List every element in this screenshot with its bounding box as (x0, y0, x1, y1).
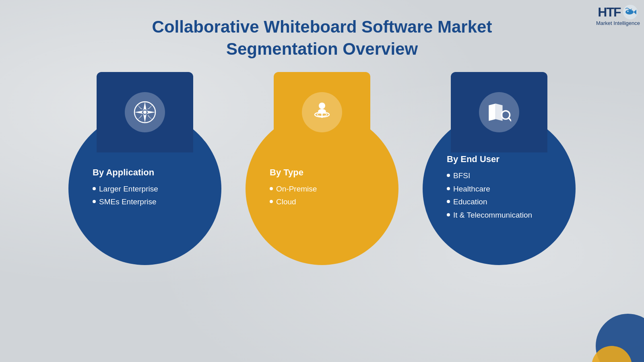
list-item: Healthcare (447, 184, 532, 194)
type-segment: By Type On-Premise Cloud (246, 72, 398, 265)
svg-marker-20 (495, 104, 502, 121)
type-icon-bg (302, 92, 342, 132)
application-rect (97, 72, 193, 152)
bullet-icon (270, 200, 273, 203)
svg-marker-8 (134, 111, 143, 114)
end-user-rect (451, 72, 547, 152)
type-title: By Type (270, 167, 303, 178)
application-list: Larger Enterprise SMEs Enterprise (93, 184, 158, 210)
bullet-icon (270, 187, 273, 190)
application-segment: By Application Larger Enterprise SMEs En… (68, 72, 221, 265)
type-rect (274, 72, 370, 152)
bullet-icon (447, 200, 450, 203)
svg-point-3 (627, 11, 628, 12)
bullet-icon (93, 200, 96, 203)
bullet-icon (93, 187, 96, 190)
list-item: SMEs Enterprise (93, 197, 158, 207)
type-list: On-Premise Cloud (270, 184, 317, 210)
title-section: Collaborative Whiteboard Software Market… (0, 0, 644, 60)
list-item: BFSI (447, 171, 532, 181)
svg-marker-12 (136, 115, 142, 121)
htf-logo: HTF Market Intelligence (596, 4, 640, 26)
list-item: Cloud (270, 197, 317, 207)
list-item: On-Premise (270, 184, 317, 194)
svg-marker-19 (489, 104, 495, 121)
svg-line-22 (509, 118, 511, 121)
bullet-icon (447, 213, 450, 216)
end-user-title: By End User (447, 154, 500, 165)
application-icon-bg (125, 92, 165, 132)
bottom-decoration (584, 302, 644, 362)
compass-icon (133, 100, 157, 124)
svg-point-14 (319, 103, 325, 109)
fish-icon (622, 4, 638, 20)
svg-marker-13 (147, 115, 153, 121)
bullet-icon (447, 174, 450, 177)
person-location-icon (310, 100, 334, 124)
list-item: It & Telecommunication (447, 210, 532, 220)
svg-marker-6 (143, 102, 147, 111)
map-search-icon (487, 100, 511, 124)
application-title: By Application (93, 167, 154, 178)
svg-marker-9 (147, 111, 155, 114)
page-title: Collaborative Whiteboard Software Market… (0, 16, 644, 60)
htf-text: HTF (598, 5, 620, 20)
svg-marker-10 (136, 104, 142, 110)
svg-point-5 (143, 111, 147, 114)
bullet-icon (447, 187, 450, 190)
svg-marker-7 (143, 114, 147, 123)
list-item: Education (447, 197, 532, 207)
end-user-list: BFSI Healthcare Education It & Telecommu… (447, 171, 532, 224)
list-item: Larger Enterprise (93, 184, 158, 194)
svg-marker-11 (147, 104, 153, 110)
end-user-segment: By End User BFSI Healthcare Education It… (423, 72, 576, 265)
segments-container: By Application Larger Enterprise SMEs En… (0, 60, 644, 265)
logo-subtitle: Market Intelligence (596, 20, 640, 26)
svg-point-1 (625, 10, 634, 14)
end-user-icon-bg (479, 92, 519, 132)
